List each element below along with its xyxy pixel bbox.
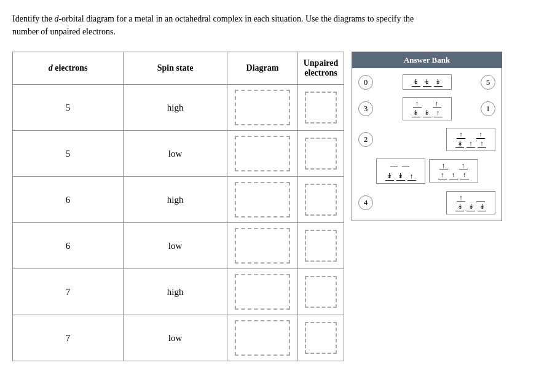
orbital-t2g-3: ↑ (434, 109, 443, 117)
answer-badge-0[interactable]: 0 (358, 75, 373, 90)
diagram-box (235, 182, 290, 218)
col-header-unpaired: Unpairedelectrons (298, 52, 344, 85)
col-header-diagram: Diagram (227, 52, 298, 85)
spin-state-value: low (124, 131, 227, 177)
ab-row-2: 3 ↑ ↑ ↡ (356, 96, 498, 122)
answer-diagram-4-unpaired[interactable]: ↑ ↑ ↡ (446, 191, 495, 214)
answer-diagram-left-4[interactable]: — — ↡ ↡ ↑ (376, 159, 425, 184)
diagram-box (235, 228, 290, 264)
unpaired-drop-target[interactable] (298, 85, 344, 131)
unpaired-box (305, 230, 337, 262)
table-row: 5 low (13, 131, 344, 177)
orbital-a2: ↡ (396, 173, 405, 181)
diagram-box (235, 136, 290, 171)
spin-state-value: high (124, 85, 227, 131)
d-electrons-value: 5 (13, 85, 124, 131)
table-row: 6 high (13, 177, 344, 223)
answer-badge-5[interactable]: 5 (481, 75, 495, 90)
col-header-d-electrons: d electrons (13, 52, 124, 85)
d-electrons-value: 5 (13, 131, 124, 177)
unpaired-box (305, 322, 337, 354)
unpaired-drop-target[interactable] (298, 223, 344, 269)
unpaired-box (305, 276, 337, 308)
orbital-c3: ↡ (455, 203, 464, 211)
answer-badge-4[interactable]: 4 (358, 195, 373, 210)
spin-state-value: high (124, 269, 227, 315)
main-layout: d electrons Spin state Diagram Unpairede… (12, 52, 543, 361)
orbital-eg-1: ↑ (413, 100, 422, 108)
orbital-t2g-1b: ↡ (455, 140, 464, 148)
orbital-c4: ↡ (466, 203, 475, 211)
answer-diagram-triple-filled[interactable]: ↡ ↡ ↡ (403, 74, 452, 90)
diagram-box (235, 274, 290, 310)
orbital-slot-2: ↡ (423, 79, 431, 87)
orbital-b1: ↑ (439, 162, 448, 170)
ab-row-3: 2 ↑ ↑ ↡ (356, 127, 498, 152)
ab-row-1: 0 ↡ ↡ ↡ (356, 73, 498, 91)
orbital-t2g-2b: ↑ (466, 140, 475, 148)
orbital-c5: ↡ (478, 203, 486, 211)
orbital-eg-2b: ↑ (476, 131, 485, 139)
spin-state-value: low (124, 223, 227, 269)
table-row: 7 high (13, 269, 344, 315)
ab-row-4: — — ↡ ↡ ↑ (356, 157, 498, 185)
unpaired-box (305, 184, 337, 216)
answer-badge-2[interactable]: 2 (358, 132, 373, 147)
answer-badge-3[interactable]: 3 (358, 101, 373, 116)
orbital-eg-2: ↑ (433, 100, 441, 108)
answer-bank: Answer Bank 0 ↡ ↡ (352, 52, 502, 221)
table-row: 5 high (13, 85, 344, 131)
orbital-b3: ↑ (438, 171, 447, 179)
orbital-b2: ↑ (459, 162, 468, 170)
answer-badge-1[interactable]: 1 (481, 101, 495, 116)
unpaired-drop-target[interactable] (298, 131, 344, 177)
orbital-a1: ↡ (385, 173, 394, 181)
orbital-c2: ↑ (476, 194, 485, 202)
answer-bank-header: Answer Bank (352, 52, 502, 68)
answer-bank-body: 0 ↡ ↡ ↡ (352, 68, 502, 221)
orbital-a3: ↑ (407, 173, 416, 181)
diagram-drop-target[interactable] (227, 85, 298, 131)
diagram-drop-target[interactable] (227, 269, 298, 315)
unpaired-drop-target[interactable] (298, 315, 344, 361)
d-electrons-value: 6 (13, 177, 124, 223)
unpaired-drop-target[interactable] (298, 177, 344, 223)
spin-state-value: high (124, 177, 227, 223)
d-electrons-value: 7 (13, 269, 124, 315)
diagram-drop-target[interactable] (227, 131, 298, 177)
unpaired-drop-target[interactable] (298, 269, 344, 315)
answer-diagram-2-unpaired[interactable]: ↑ ↑ ↡ (446, 128, 495, 151)
col-header-spin-state: Spin state (124, 52, 227, 85)
orbital-t2g-3b: ↑ (478, 140, 486, 148)
orbital-slot-3: ↡ (434, 79, 443, 87)
answer-diagram-3-unpaired[interactable]: ↑ ↑ ↡ (403, 97, 452, 120)
d-electrons-value: 6 (13, 223, 124, 269)
table-row: 7 low (13, 315, 344, 361)
orbital-eg-1b: ↑ (457, 131, 465, 139)
diagram-drop-target[interactable] (227, 315, 298, 361)
d-orbital-table: d electrons Spin state Diagram Unpairede… (12, 52, 344, 361)
spin-state-value: low (124, 315, 227, 361)
orbital-slot-1: ↡ (412, 79, 420, 87)
ab-row-5: 4 ↑ ↑ ↡ (356, 190, 498, 216)
orbital-t2g-1: ↡ (412, 109, 420, 117)
orbital-b5: ↑ (460, 171, 469, 179)
diagram-box (235, 320, 290, 356)
orbital-b4: ↑ (449, 171, 458, 179)
answer-diagram-right-4[interactable]: ↑ ↑ ↑ (429, 159, 478, 182)
unpaired-box (305, 138, 337, 170)
orbital-c1: ↑ (457, 194, 465, 202)
diagram-drop-target[interactable] (227, 177, 298, 223)
unpaired-box (305, 92, 337, 123)
orbital-t2g-2: ↡ (423, 109, 431, 117)
diagram-drop-target[interactable] (227, 223, 298, 269)
table-row: 6 low (13, 223, 344, 269)
diagram-box (235, 90, 290, 125)
instructions: Identify the d-orbital diagram for a met… (12, 12, 516, 38)
d-electrons-value: 7 (13, 315, 124, 361)
